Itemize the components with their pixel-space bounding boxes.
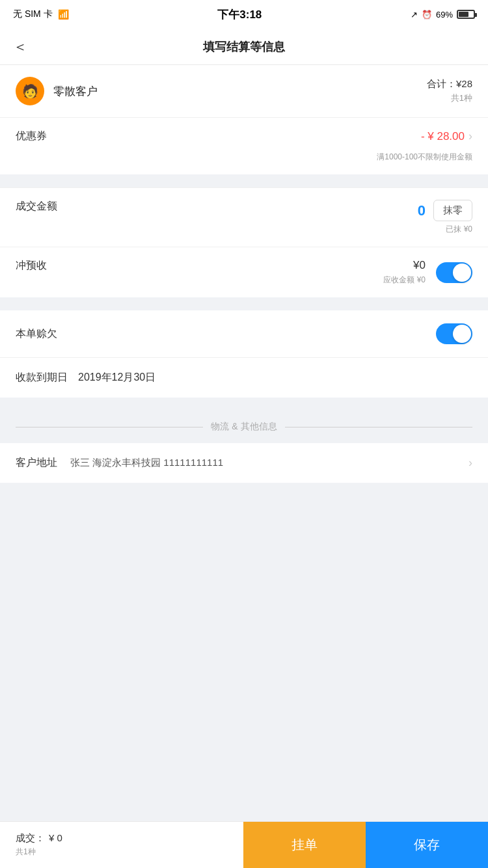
bottom-deal-amount: ¥ 0 — [49, 832, 62, 843]
address-label: 客户地址 — [16, 456, 57, 470]
transaction-label: 成交金额 — [16, 200, 57, 213]
divider-right — [285, 427, 472, 427]
coupon-chevron-icon: › — [468, 129, 472, 143]
bottom-deal-row: 成交： ¥ 0 — [16, 832, 228, 845]
address-value: 张三 海淀永丰科技园 11111111111 — [70, 457, 465, 469]
customer-row: 🧑 零散客户 合计：¥28 共1种 — [0, 65, 488, 117]
logistics-divider: 物流 & 其他信息 — [0, 421, 488, 433]
status-bar: 无 SIM 卡 📶 下午3:18 ↗ ⏰ 69% — [0, 0, 488, 29]
debt-label: 本单赊欠 — [16, 327, 57, 341]
toggle-knob — [453, 264, 471, 282]
already-rounded-text: 已抹 ¥0 — [446, 224, 472, 235]
content-area: 🧑 零散客户 合计：¥28 共1种 优惠券 - ¥ 28.00 › 满1000-… — [0, 65, 488, 671]
location-icon: ↗ — [411, 10, 418, 20]
avatar: 🧑 — [16, 77, 44, 105]
section-gap-1 — [0, 181, 488, 187]
wifi-icon: 📶 — [58, 9, 69, 20]
prepay-toggle[interactable] — [436, 262, 472, 283]
customer-name: 零散客户 — [53, 84, 98, 99]
status-left: 无 SIM 卡 📶 — [13, 8, 69, 20]
empty-space — [0, 489, 488, 619]
divider-left — [16, 427, 203, 427]
debt-toggle-knob — [453, 325, 471, 343]
bottom-info: 成交： ¥ 0 共1种 — [0, 832, 243, 858]
transaction-card: 成交金额 0 抹零 已抹 ¥0 冲预收 ¥0 应收金额 ¥0 — [0, 187, 488, 297]
address-chevron-icon: › — [468, 456, 472, 470]
logistics-section: 物流 & 其他信息 — [0, 411, 488, 443]
total-amount: 合计：¥28 — [427, 78, 472, 90]
section-gap-3 — [0, 404, 488, 411]
suspend-button[interactable]: 挂单 — [243, 822, 366, 869]
debt-toggle[interactable] — [436, 323, 472, 344]
logistics-label: 物流 & 其他信息 — [211, 421, 277, 433]
save-button[interactable]: 保存 — [366, 822, 488, 869]
transaction-right: 0 抹零 已抹 ¥0 — [418, 200, 472, 235]
prepay-amount: ¥0 — [383, 259, 426, 272]
section-gap-2 — [0, 304, 488, 310]
debt-card: 本单赊欠 收款到期日 2019年12月30日 — [0, 310, 488, 398]
prepay-row: 冲预收 ¥0 应收金额 ¥0 — [0, 247, 488, 297]
save-button-label: 保存 — [414, 836, 440, 854]
total-count: 共1种 — [427, 92, 472, 104]
prepay-label: 冲预收 — [16, 259, 47, 273]
address-card: 客户地址 张三 海淀永丰科技园 11111111111 › — [0, 443, 488, 483]
transaction-value: 0 — [418, 202, 426, 219]
coupon-discount: - ¥ 28.00 — [421, 130, 465, 143]
prepay-right: ¥0 应收金额 ¥0 — [383, 259, 472, 286]
bottom-deal-label: 成交： — [16, 832, 45, 845]
battery-bar — [457, 10, 475, 19]
due-date-label: 收款到期日 — [16, 371, 68, 385]
customer-right: 合计：¥28 共1种 — [427, 78, 472, 104]
coupon-right: - ¥ 28.00 › 满1000-100不限制使用金额 — [377, 129, 472, 163]
transaction-row: 成交金额 0 抹零 已抹 ¥0 — [0, 187, 488, 247]
due-date-row: 收款到期日 2019年12月30日 — [0, 357, 488, 398]
nav-bar: ＜ 填写结算等信息 — [0, 29, 488, 65]
status-time: 下午3:18 — [217, 7, 262, 22]
battery-fill — [459, 12, 468, 17]
back-button[interactable]: ＜ — [13, 37, 27, 57]
coupon-description: 满1000-100不限制使用金额 — [377, 152, 472, 163]
bottom-bar: 成交： ¥ 0 共1种 挂单 保存 — [0, 821, 488, 868]
address-row[interactable]: 客户地址 张三 海淀永丰科技园 11111111111 › — [0, 443, 488, 483]
battery-text: 69% — [436, 10, 453, 20]
due-date-value: 2019年12月30日 — [78, 371, 156, 385]
suspend-button-label: 挂单 — [291, 836, 318, 854]
no-sim-text: 无 SIM 卡 — [13, 8, 53, 20]
coupon-label: 优惠券 — [16, 129, 47, 143]
avatar-icon: 🧑 — [22, 83, 38, 99]
status-right: ↗ ⏰ 69% — [411, 10, 475, 20]
receivable-text: 应收金额 ¥0 — [383, 275, 426, 286]
customer-left: 🧑 零散客户 — [16, 77, 98, 105]
coupon-row[interactable]: 优惠券 - ¥ 28.00 › 满1000-100不限制使用金额 — [0, 117, 488, 174]
debt-row: 本单赊欠 — [0, 310, 488, 357]
bottom-count: 共1种 — [16, 847, 228, 858]
customer-card: 🧑 零散客户 合计：¥28 共1种 优惠券 - ¥ 28.00 › 满1000-… — [0, 65, 488, 174]
round-zero-button[interactable]: 抹零 — [433, 200, 472, 221]
alarm-icon: ⏰ — [422, 10, 432, 20]
page-title: 填写结算等信息 — [203, 39, 285, 55]
